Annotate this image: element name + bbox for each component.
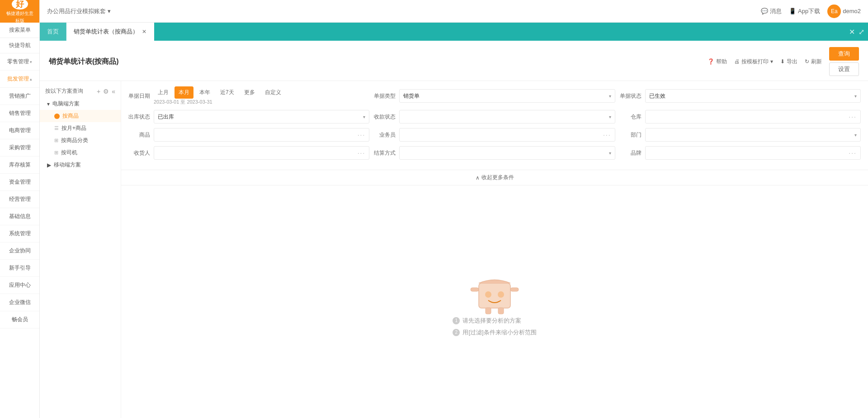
doc-status-label: 单据状态 (620, 92, 645, 100)
app-logo[interactable]: 好 畅捷通好生意 标版 (0, 0, 39, 23)
breadcrumb-dropdown[interactable]: 办公用品行业模拟账套 ▾ (47, 7, 111, 15)
export-btn[interactable]: ⬇ 导出 (780, 58, 797, 66)
app-download-btn[interactable]: 📱 App下载 (789, 7, 820, 15)
product-control[interactable]: ··· (154, 128, 369, 142)
sidebar-item-finance[interactable]: 资金管理 (0, 174, 39, 191)
doc-type-chevron: ▾ (609, 94, 611, 99)
doc-status-control[interactable]: 已生效 ▾ (645, 89, 861, 103)
left-panel-header: 按以下方案查询 + ⚙ « (40, 85, 121, 98)
tab-report[interactable]: 销货单统计表（按商品） ✕ (66, 23, 154, 41)
left-panel: 按以下方案查询 + ⚙ « ▾ 电脑端方案 按商品 (40, 81, 121, 418)
filter-row-2: 出库状态 已出库 ▾ 收款状态 (128, 110, 861, 124)
sidebar-item-operations[interactable]: 经营管理 (0, 191, 39, 208)
tree-item-by-product[interactable]: 按商品 (40, 110, 121, 122)
sidebar-item-inventory[interactable]: 库存核算 (0, 157, 39, 174)
doc-type-control[interactable]: 销货单 ▾ (399, 89, 615, 103)
tip2-text: 用[过滤]条件来缩小分析范围 (462, 327, 536, 338)
pay-status-control[interactable]: ▾ (399, 110, 615, 124)
tab-expand-icon[interactable]: ⤢ (859, 28, 864, 36)
sidebar-item-purchase[interactable]: 采购管理 (0, 139, 39, 157)
tree-item-by-cashier[interactable]: ⊞ 按司机 (40, 147, 121, 159)
sidebar-item-label: 资金管理 (9, 179, 31, 185)
tree-group-label: 电脑端方案 (52, 100, 80, 108)
tab-home[interactable]: 首页 (40, 23, 66, 41)
sidebar-search[interactable]: 搜索菜单 (0, 23, 39, 38)
collapse-icon: ∧ (476, 175, 480, 181)
sidebar-item-wholesale[interactable]: 批发管理 ▴ (0, 71, 39, 88)
sidebar-item-new-guide[interactable]: 新手引导 (0, 260, 39, 277)
tab-close-icon[interactable]: ✕ (142, 28, 146, 35)
sidebar-item-member[interactable]: 畅会员 (0, 311, 39, 328)
message-btn[interactable]: 💬 消息 (761, 7, 782, 15)
date-btn-custom[interactable]: 自定义 (261, 86, 285, 99)
breadcrumb-text: 办公用品行业模拟账套 (47, 7, 106, 15)
collapse-filters-btn[interactable]: ∧ 收起更多条件 (121, 170, 868, 185)
sidebar-item-label: 系统管理 (9, 230, 31, 237)
help-btn[interactable]: ❓ 帮助 (708, 58, 727, 66)
settings-button[interactable]: 设置 (829, 62, 859, 76)
tree-group-pc[interactable]: ▾ 电脑端方案 (40, 98, 121, 110)
product-input[interactable]: ··· (154, 128, 369, 142)
help-icon: ❓ (708, 58, 714, 65)
sidebar-item-label: 畅会员 (12, 316, 28, 323)
payment-select[interactable]: ▾ (399, 146, 615, 160)
collapse-label: 收起更多条件 (481, 174, 514, 181)
date-btn-more[interactable]: 更多 (240, 86, 259, 99)
sidebar-nav: 零售管理 ▾ 批发管理 ▴ 营销推广 销售管理 电商管理 采购管理 库存核算 资… (0, 53, 39, 418)
consignee-control[interactable]: ··· (154, 146, 369, 160)
refresh-btn[interactable]: ↻ 刷新 (805, 58, 822, 66)
user-profile[interactable]: Ea demo2 (827, 5, 861, 18)
salesman-control[interactable]: ··· (399, 128, 615, 142)
sidebar-item-label: 企业协同 (9, 247, 31, 254)
product-label: 商品 (128, 131, 154, 139)
sidebar-item-app-center[interactable]: 应用中心 (0, 277, 39, 294)
warehouse-control[interactable]: ··· (645, 110, 861, 124)
refresh-label: 刷新 (811, 58, 822, 66)
consignee-input[interactable]: ··· (154, 146, 369, 160)
doc-status-select[interactable]: 已生效 ▾ (645, 89, 861, 103)
date-btn-this-year[interactable]: 本年 (195, 86, 214, 99)
brand-input[interactable]: ··· (645, 146, 861, 160)
logo-icon: 好 (12, 0, 28, 10)
collapse-panel-icon[interactable]: « (112, 88, 115, 95)
dept-select[interactable]: ▾ (645, 128, 861, 142)
svg-rect-0 (479, 283, 510, 308)
chevron-down-icon: ▾ (30, 60, 32, 64)
sidebar-item-retail[interactable]: 零售管理 ▾ (0, 53, 39, 71)
settings-scheme-icon[interactable]: ⚙ (103, 88, 109, 95)
warehouse-input[interactable]: ··· (645, 110, 861, 124)
tab-close-all-icon[interactable]: ✕ (849, 28, 855, 36)
tree-item-by-month-product[interactable]: ☰ 按月+商品 (40, 122, 121, 134)
tab-report-label: 销货单统计表（按商品） (74, 28, 138, 36)
sidebar-item-corp-collab[interactable]: 企业协同 (0, 242, 39, 260)
sidebar-item-system[interactable]: 系统管理 (0, 225, 39, 242)
date-btn-this-month[interactable]: 本月 (175, 86, 193, 99)
doc-type-select[interactable]: 销货单 ▾ (399, 89, 615, 103)
filter-warehouse: 仓库 ··· (620, 110, 861, 124)
sidebar-item-basic[interactable]: 基础信息 (0, 208, 39, 225)
sidebar-quicknav[interactable]: 快捷导航 (0, 38, 39, 53)
doc-status-chevron: ▾ (854, 94, 857, 99)
date-btn-last-month[interactable]: 上月 (154, 86, 173, 99)
download-icon: 📱 (789, 8, 796, 14)
query-button[interactable]: 查询 (829, 47, 859, 61)
payment-control[interactable]: ▾ (399, 146, 615, 160)
sidebar-item-marketing[interactable]: 营销推广 (0, 88, 39, 105)
page-title: 销货单统计表(按商品) (49, 57, 119, 66)
out-status-select[interactable]: 已出库 ▾ (154, 110, 369, 124)
pay-status-select[interactable]: ▾ (399, 110, 615, 124)
dept-control[interactable]: ▾ (645, 128, 861, 142)
print-btn[interactable]: 🖨 按模板打印 ▾ (734, 58, 773, 66)
sidebar-item-sales[interactable]: 销售管理 (0, 105, 39, 122)
print-icon: 🖨 (734, 58, 740, 65)
sidebar-item-corp-wechat[interactable]: 企业微信 (0, 294, 39, 311)
out-status-control[interactable]: 已出库 ▾ (154, 110, 369, 124)
sidebar-item-ecommerce[interactable]: 电商管理 (0, 122, 39, 139)
add-scheme-icon[interactable]: + (97, 88, 100, 95)
salesman-input[interactable]: ··· (399, 128, 615, 142)
date-btn-7days[interactable]: 近7天 (216, 86, 238, 99)
brand-control[interactable]: ··· (645, 146, 861, 160)
tip1-text: 请先选择要分析的方案 (462, 315, 521, 327)
tree-item-by-category[interactable]: ⊞ 按商品分类 (40, 134, 121, 147)
tree-group-mobile[interactable]: ▶ 移动端方案 (40, 159, 121, 171)
